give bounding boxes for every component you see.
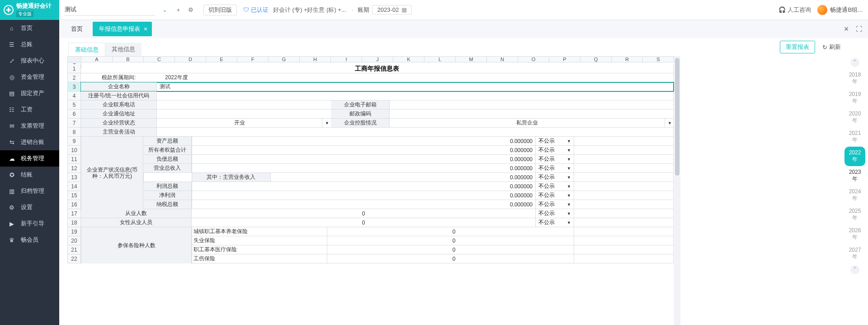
row-num[interactable]: 3 <box>67 82 81 91</box>
metric-pub-4[interactable]: 不公示▼ <box>535 173 574 182</box>
support-link[interactable]: 🎧 人工咨询 <box>778 6 811 14</box>
close-icon[interactable]: × <box>144 25 147 33</box>
cells[interactable]: 利润总额0.000000不公示▼ <box>81 182 674 191</box>
row-num[interactable]: 20 <box>67 236 81 245</box>
sidebar-item-4[interactable]: ▤固定资产 <box>0 85 59 101</box>
year-2026年[interactable]: 2026年 <box>844 225 865 244</box>
row-num[interactable]: 1 <box>67 64 81 73</box>
insure-value-1[interactable]: 0 <box>327 236 580 245</box>
sidebar-item-5[interactable]: ☷工资 <box>0 101 59 118</box>
refresh-button[interactable]: ↻ 刷新 <box>822 43 841 51</box>
year-up-icon[interactable]: ˄ <box>850 58 859 67</box>
cells[interactable]: 企业通信地址邮政编码 <box>81 110 674 119</box>
col-G[interactable]: G <box>269 57 300 62</box>
col-M[interactable]: M <box>456 57 487 62</box>
row-num[interactable]: 6 <box>67 110 81 119</box>
col-H[interactable]: H <box>300 57 331 62</box>
metric-pub-7[interactable]: 不公示▼ <box>535 200 574 209</box>
col-N[interactable]: N <box>487 57 518 62</box>
sidebar-item-7[interactable]: ⇆进销台账 <box>0 134 59 150</box>
emp-value[interactable]: 0 <box>192 209 535 218</box>
col-A[interactable]: A <box>81 57 113 62</box>
cells[interactable]: 注册号/统一社会信用代码 <box>81 91 674 100</box>
fullscreen-icon[interactable]: ⛶ <box>853 25 865 33</box>
cells[interactable]: 主营业务活动 <box>81 128 674 137</box>
col-J[interactable]: J <box>362 57 393 62</box>
metric-pub-5[interactable]: 不公示▼ <box>535 182 574 191</box>
sidebar-item-3[interactable]: ◎资金管理 <box>0 69 59 85</box>
sidebar-item-12[interactable]: ▶新手引导 <box>0 215 59 232</box>
period-selector[interactable]: 2023-02 ▦ <box>372 5 412 14</box>
sidebar-item-0[interactable]: ⌂首页 <box>0 20 59 36</box>
reg-code-value[interactable] <box>157 91 674 100</box>
metric-value-6[interactable]: 0.000000 <box>192 191 535 200</box>
cells[interactable]: 资产总额0.000000不公示▼ <box>81 137 674 146</box>
old-version-button[interactable]: 切到旧版 <box>203 5 237 15</box>
metric-pub-6[interactable]: 不公示▼ <box>535 191 574 200</box>
cells[interactable]: 女性从业人员0不公示▼ <box>81 218 674 227</box>
col-B[interactable]: B <box>113 57 144 62</box>
cells[interactable]: 负债总额0.000000不公示▼ <box>81 155 674 164</box>
status-value[interactable]: 开业 <box>157 119 322 127</box>
holding-value[interactable]: 私营企业 <box>390 119 665 127</box>
row-num[interactable]: 7 <box>67 119 81 128</box>
metric-pub-1[interactable]: 不公示▼ <box>535 146 574 154</box>
chevron-down-icon[interactable]: ⌄ <box>162 6 167 13</box>
cells[interactable]: 企业联系电话企业电子邮箱 <box>81 100 674 110</box>
col-C[interactable]: C <box>144 57 175 62</box>
cells[interactable]: 净利润0.000000不公示▼ <box>81 191 674 200</box>
tab-annual-report[interactable]: 年报信息申报表 × <box>93 22 152 36</box>
year-2022年[interactable]: 2022年 <box>844 147 865 166</box>
row-num[interactable]: 16 <box>67 200 81 209</box>
row-num[interactable]: 10 <box>67 146 81 155</box>
year-2020年[interactable]: 2020年 <box>844 108 865 127</box>
company-selector[interactable]: 测试 <box>65 4 155 16</box>
sidebar-item-11[interactable]: ⚙设置 <box>0 199 59 215</box>
year-2025年[interactable]: 2025年 <box>844 205 865 225</box>
cells[interactable]: 企业经营状态开业▼企业控股情况私营企业▼ <box>81 119 674 128</box>
female-emp-value[interactable]: 0 <box>192 218 535 227</box>
cells[interactable]: 其中：主营业务收入0.000000不公示▼ <box>81 173 674 182</box>
row-num[interactable]: 19 <box>67 227 81 236</box>
company-name-value[interactable]: 测试 <box>157 82 674 91</box>
row-num[interactable]: 21 <box>67 245 81 254</box>
cells[interactable]: 企业名称测试 <box>81 82 674 91</box>
holding-dd[interactable]: ▼ <box>665 119 674 127</box>
cells[interactable]: 从业人数0不公示▼ <box>81 209 674 218</box>
insure-value-0[interactable]: 0 <box>327 227 580 236</box>
metric-value-7[interactable]: 0.000000 <box>192 200 535 209</box>
sidebar-item-8[interactable]: ☁税务管理 <box>0 150 59 167</box>
year-down-icon[interactable]: ˅ <box>850 265 859 274</box>
row-num[interactable]: 5 <box>67 100 81 110</box>
row-num[interactable]: 11 <box>67 155 81 164</box>
vertical-scrollbar[interactable] <box>674 56 680 325</box>
year-2024年[interactable]: 2024年 <box>844 186 865 205</box>
row-num[interactable]: 9 <box>67 137 81 146</box>
metric-pub-0[interactable]: 不公示▼ <box>535 137 574 145</box>
phone-value[interactable] <box>157 100 331 109</box>
sidebar-item-1[interactable]: ☰总账 <box>0 36 59 53</box>
cells[interactable]: 纳税总额0.000000不公示▼ <box>81 200 674 209</box>
row-num[interactable]: 4 <box>67 91 81 100</box>
metric-value-5[interactable]: 0.000000 <box>192 182 535 191</box>
row-num[interactable]: 8 <box>67 128 81 137</box>
row-num[interactable]: 22 <box>67 254 81 263</box>
username[interactable]: 畅捷通B组... <box>830 6 863 14</box>
metric-value-3[interactable]: 0.000000 <box>192 164 535 172</box>
col-I[interactable]: I <box>331 57 362 62</box>
col-E[interactable]: E <box>206 57 237 62</box>
col-P[interactable]: P <box>549 57 580 62</box>
cells[interactable]: 税款所属期间:2022年度 <box>81 73 674 82</box>
insure-value-2[interactable]: 0 <box>327 245 580 254</box>
sheet-title[interactable]: 工商年报信息表 <box>81 64 674 73</box>
row-num[interactable]: 15 <box>67 191 81 200</box>
row-num[interactable]: 17 <box>67 209 81 218</box>
metric-value-4[interactable]: 0.000000 <box>192 173 535 182</box>
tab-home[interactable]: 首页 <box>64 20 90 38</box>
gear-icon[interactable]: ⚙ <box>186 5 195 14</box>
email-value[interactable] <box>390 100 674 109</box>
sidebar-item-10[interactable]: ▥归档管理 <box>0 183 59 199</box>
col-S[interactable]: S <box>643 57 674 62</box>
avatar[interactable] <box>817 5 827 15</box>
year-2023年[interactable]: 2023年 <box>844 166 865 186</box>
